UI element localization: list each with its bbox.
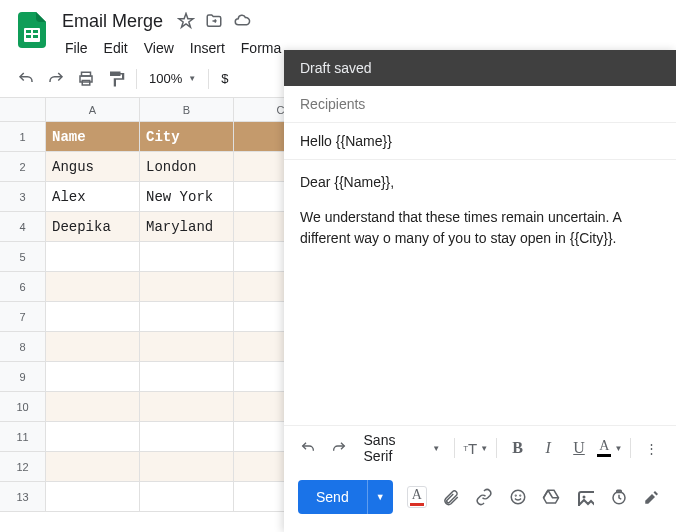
cell[interactable] — [46, 452, 140, 482]
signature-icon[interactable] — [642, 486, 662, 508]
row-header[interactable]: 3 — [0, 182, 46, 212]
menu-view[interactable]: View — [137, 36, 181, 60]
cell[interactable]: London — [140, 152, 234, 182]
menu-edit[interactable]: Edit — [97, 36, 135, 60]
cell[interactable]: New York — [140, 182, 234, 212]
row-header[interactable]: 10 — [0, 392, 46, 422]
cell[interactable] — [140, 362, 234, 392]
italic-button[interactable]: I — [536, 435, 561, 461]
paint-format-icon[interactable] — [102, 65, 130, 93]
separator — [496, 438, 497, 458]
cell[interactable]: Angus — [46, 152, 140, 182]
subject-field[interactable]: Hello {{Name}} — [284, 123, 676, 160]
cell[interactable] — [46, 362, 140, 392]
send-options-button[interactable]: ▼ — [367, 480, 393, 514]
row-header[interactable]: 11 — [0, 422, 46, 452]
row-header[interactable]: 5 — [0, 242, 46, 272]
cell[interactable]: City — [140, 122, 234, 152]
svg-point-8 — [511, 490, 525, 504]
svg-rect-1 — [26, 30, 31, 33]
col-header-a[interactable]: A — [46, 98, 140, 122]
cell[interactable]: Maryland — [140, 212, 234, 242]
cell[interactable] — [46, 272, 140, 302]
currency-button[interactable]: $ — [215, 71, 234, 86]
cell[interactable] — [46, 302, 140, 332]
underline-button[interactable]: U — [567, 435, 592, 461]
bold-button[interactable]: B — [505, 435, 530, 461]
row-header[interactable]: 8 — [0, 332, 46, 362]
cell[interactable]: Deepika — [46, 212, 140, 242]
cell[interactable] — [140, 242, 234, 272]
redo-icon[interactable] — [42, 65, 70, 93]
text-color-button[interactable]: A▼ — [597, 435, 622, 461]
row-header[interactable]: 9 — [0, 362, 46, 392]
cell[interactable] — [140, 392, 234, 422]
cell[interactable] — [140, 332, 234, 362]
row-header[interactable]: 4 — [0, 212, 46, 242]
font-select[interactable]: Sans Serif▼ — [358, 432, 447, 464]
svg-rect-4 — [33, 35, 38, 38]
print-icon[interactable] — [72, 65, 100, 93]
undo-icon[interactable] — [12, 65, 40, 93]
row-header[interactable]: 13 — [0, 482, 46, 512]
emoji-icon[interactable] — [508, 486, 528, 508]
row-header[interactable]: 2 — [0, 152, 46, 182]
star-icon[interactable] — [177, 12, 195, 30]
compose-panel: Draft saved Recipients Hello {{Name}} De… — [284, 50, 676, 532]
format-toolbar: Sans Serif▼ TT▼ B I U A▼ ⋮ — [284, 425, 676, 470]
cell[interactable] — [46, 242, 140, 272]
drive-icon[interactable] — [542, 486, 562, 508]
recipients-field[interactable]: Recipients — [284, 86, 676, 123]
cell[interactable] — [46, 332, 140, 362]
cell[interactable]: Alex — [46, 182, 140, 212]
row-header[interactable]: 1 — [0, 122, 46, 152]
cell[interactable] — [140, 452, 234, 482]
svg-point-10 — [520, 495, 521, 496]
menu-file[interactable]: File — [58, 36, 95, 60]
cloud-status-icon[interactable] — [233, 12, 251, 30]
row-header[interactable]: 6 — [0, 272, 46, 302]
compose-body[interactable]: Dear {{Name}}, We understand that these … — [284, 160, 676, 425]
cell[interactable] — [140, 272, 234, 302]
move-folder-icon[interactable] — [205, 12, 223, 30]
separator — [454, 438, 455, 458]
cell[interactable] — [140, 482, 234, 512]
cell[interactable] — [140, 422, 234, 452]
cell[interactable] — [46, 392, 140, 422]
col-header-b[interactable]: B — [140, 98, 234, 122]
attach-icon[interactable] — [441, 486, 461, 508]
row-header[interactable]: 7 — [0, 302, 46, 332]
separator — [630, 438, 631, 458]
cell[interactable]: Name — [46, 122, 140, 152]
undo-icon[interactable] — [296, 435, 321, 461]
cell[interactable] — [140, 302, 234, 332]
send-button[interactable]: Send — [298, 480, 367, 514]
row-header[interactable]: 12 — [0, 452, 46, 482]
svg-point-12 — [583, 496, 586, 499]
cell[interactable] — [46, 482, 140, 512]
zoom-select[interactable]: 100%▼ — [143, 71, 202, 86]
body-greeting: Dear {{Name}}, — [300, 172, 660, 193]
redo-icon[interactable] — [327, 435, 352, 461]
svg-rect-3 — [26, 35, 31, 38]
separator — [136, 69, 137, 89]
doc-title[interactable]: Email Merge — [58, 9, 167, 34]
text-color-action-icon[interactable]: A — [407, 486, 427, 508]
cell[interactable] — [46, 422, 140, 452]
send-button-group: Send ▼ — [298, 480, 393, 514]
svg-point-9 — [515, 495, 516, 496]
font-size-icon[interactable]: TT▼ — [463, 435, 488, 461]
sheets-logo[interactable] — [12, 10, 52, 50]
image-icon[interactable] — [575, 486, 595, 508]
more-formatting-icon[interactable]: ⋮ — [639, 435, 664, 461]
separator — [208, 69, 209, 89]
compose-status: Draft saved — [284, 50, 676, 86]
menu-insert[interactable]: Insert — [183, 36, 232, 60]
select-all-corner[interactable] — [0, 98, 46, 122]
confidential-icon[interactable] — [609, 486, 629, 508]
svg-rect-2 — [33, 30, 38, 33]
menu-format[interactable]: Forma — [234, 36, 288, 60]
body-text: We understand that these times remain un… — [300, 207, 660, 249]
link-icon[interactable] — [474, 486, 494, 508]
